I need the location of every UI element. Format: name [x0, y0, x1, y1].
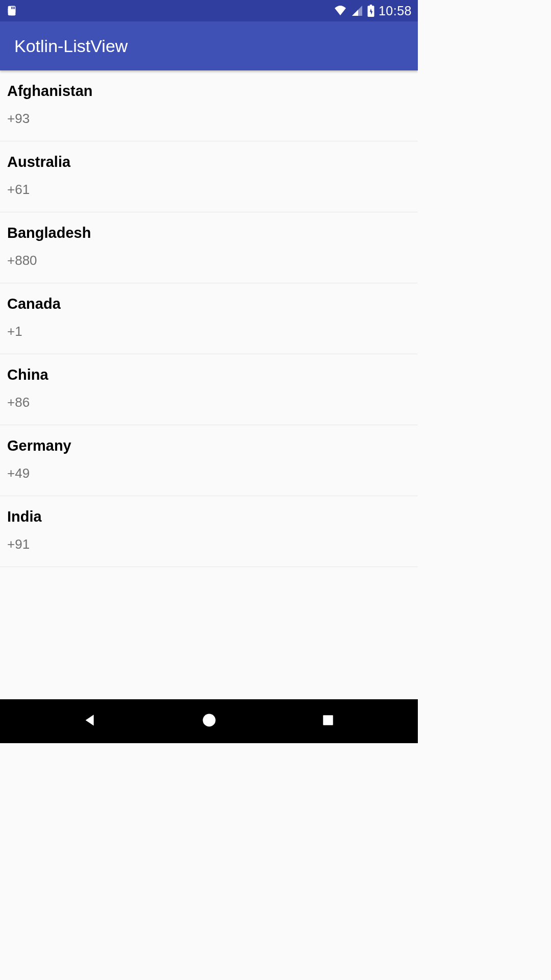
svg-rect-4	[323, 715, 333, 725]
list-item[interactable]: Germany +49	[0, 425, 418, 496]
list-item[interactable]: China +86	[0, 354, 418, 425]
svg-point-3	[203, 714, 215, 727]
country-name: Bangladesh	[7, 225, 411, 241]
status-bar: 10:58	[0, 0, 418, 21]
app-bar: Kotlin-ListView	[0, 21, 418, 70]
navigation-bar	[0, 699, 418, 743]
wifi-icon	[333, 5, 348, 17]
battery-charging-icon	[366, 4, 375, 17]
list-item[interactable]: Afghanistan +93	[0, 70, 418, 141]
country-name: Germany	[7, 437, 411, 454]
country-code: +61	[7, 182, 411, 198]
country-code: +91	[7, 536, 411, 552]
svg-rect-2	[14, 7, 15, 9]
home-icon	[202, 713, 217, 730]
country-code: +49	[7, 465, 411, 481]
list-item[interactable]: Bangladesh +880	[0, 212, 418, 283]
back-button[interactable]	[70, 706, 111, 737]
recents-icon	[321, 714, 335, 729]
country-name: Australia	[7, 154, 411, 170]
country-code: +880	[7, 253, 411, 268]
country-name: Canada	[7, 296, 411, 312]
list-view[interactable]: Afghanistan +93 Australia +61 Bangladesh…	[0, 70, 418, 699]
back-icon	[82, 712, 98, 730]
list-item[interactable]: India +91	[0, 496, 418, 567]
recents-button[interactable]	[308, 706, 348, 737]
app-title: Kotlin-ListView	[14, 36, 128, 56]
status-time: 10:58	[379, 4, 412, 18]
home-button[interactable]	[189, 706, 230, 737]
cell-signal-icon	[351, 5, 363, 17]
list-item[interactable]: Canada +1	[0, 283, 418, 354]
svg-rect-0	[11, 7, 12, 9]
country-name: Afghanistan	[7, 83, 411, 100]
svg-rect-1	[13, 7, 14, 9]
country-name: China	[7, 366, 411, 383]
status-right: 10:58	[333, 4, 412, 18]
status-left	[6, 4, 17, 17]
country-name: India	[7, 508, 411, 525]
country-code: +1	[7, 324, 411, 339]
country-code: +86	[7, 395, 411, 410]
list-item[interactable]: Australia +61	[0, 141, 418, 212]
sd-card-icon	[6, 4, 17, 17]
country-code: +93	[7, 111, 411, 127]
